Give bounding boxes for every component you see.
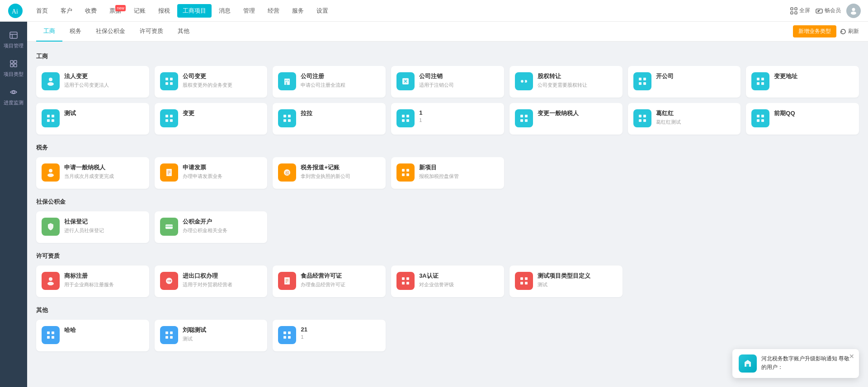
nav-item-经营[interactable]: 经营 bbox=[262, 4, 285, 18]
card-title: 商标注册 bbox=[64, 272, 144, 280]
card-title: 测试 bbox=[64, 109, 144, 117]
section-工商: 工商法人变更适用于公司变更法人公司变更股权变更外的业务变更公司注册申请公司注册全… bbox=[36, 52, 859, 135]
svg-rect-97 bbox=[47, 331, 50, 334]
avatar[interactable] bbox=[846, 4, 861, 18]
nav-item-管理[interactable]: 管理 bbox=[238, 4, 260, 18]
svg-text:Ai: Ai bbox=[12, 8, 18, 15]
card-1[interactable]: 公积金开户办理公积金相关业务 bbox=[155, 211, 268, 243]
card-title: 测试项目类型目定义 bbox=[538, 272, 617, 280]
card-0[interactable]: 商标注册用于企业商标注册服务 bbox=[36, 266, 149, 297]
fullscreen-btn[interactable]: 全屏 bbox=[790, 7, 810, 14]
card-2[interactable]: 公司注册申请公司注册全流程 bbox=[273, 66, 386, 98]
card-desc: 股权变更外的业务变更 bbox=[183, 82, 262, 89]
svg-rect-15 bbox=[14, 64, 17, 67]
card-desc: 适用于对外贸易经营者 bbox=[183, 281, 262, 288]
card-2[interactable]: 食品经营许可证办理食品经营许可证 bbox=[273, 266, 386, 297]
svg-rect-34 bbox=[639, 82, 642, 85]
cards-grid: 法人变更适用于公司变更法人公司变更股权变更外的业务变更公司注册申请公司注册全流程… bbox=[36, 66, 859, 135]
nav-item-首页[interactable]: 首页 bbox=[31, 4, 53, 18]
card-desc: 报税加税控盘保管 bbox=[419, 173, 499, 180]
card-desc: 办理公积金相关业务 bbox=[183, 227, 262, 234]
logo[interactable]: Ai bbox=[7, 3, 24, 19]
card-0[interactable]: 申请一般纳税人当月或次月成变更完成 bbox=[36, 157, 149, 189]
nav-item-客户[interactable]: 客户 bbox=[55, 4, 78, 18]
card-0[interactable]: 哈哈 bbox=[36, 320, 149, 351]
content-area: 工商法人变更适用于公司变更法人公司变更股权变更外的业务变更公司注册申请公司注册全… bbox=[27, 42, 868, 368]
card-title: 3A认证 bbox=[419, 272, 499, 280]
card-desc: 申请公司注册全流程 bbox=[301, 82, 380, 89]
nav-item-工商项目[interactable]: 工商项目 bbox=[177, 4, 212, 18]
svg-rect-78 bbox=[402, 173, 405, 176]
card-1[interactable]: 申请发票办理申请发票业务 bbox=[155, 157, 268, 189]
card-8[interactable]: 变更 bbox=[155, 103, 268, 135]
card-text: 食品经营许可证办理食品经营许可证 bbox=[301, 272, 380, 288]
sidebar-item-项目类型[interactable]: 项目类型 bbox=[0, 54, 27, 82]
nav-item-收费[interactable]: 收费 bbox=[80, 4, 102, 18]
card-2[interactable]: 211 bbox=[273, 320, 386, 351]
nav-item-设置[interactable]: 设置 bbox=[311, 4, 334, 18]
card-title: 拉拉 bbox=[301, 109, 380, 117]
card-text: 申请发票办理申请发票业务 bbox=[183, 163, 262, 180]
card-title: 公司注册 bbox=[301, 72, 380, 80]
card-title: 1 bbox=[419, 109, 499, 116]
card-4[interactable]: 股权转让公司变更需要股权转让 bbox=[509, 66, 623, 98]
card-text: 拉拉 bbox=[301, 109, 380, 119]
svg-rect-19 bbox=[165, 78, 168, 80]
svg-rect-99 bbox=[47, 336, 50, 339]
card-13[interactable]: 前期QQ bbox=[746, 103, 859, 135]
card-12[interactable]: 葛红红葛红红测试 bbox=[628, 103, 741, 135]
card-4[interactable]: 测试项目类型目定义测试 bbox=[509, 266, 623, 297]
nav-item-记账[interactable]: 记账 bbox=[128, 4, 151, 18]
card-6[interactable]: 变更地址 bbox=[746, 66, 859, 98]
svg-rect-98 bbox=[52, 331, 54, 334]
card-title: 开公司 bbox=[656, 72, 736, 80]
nav-item-消息[interactable]: 消息 bbox=[213, 4, 236, 18]
svg-rect-52 bbox=[402, 115, 405, 117]
nav-item-服务[interactable]: 服务 bbox=[287, 4, 309, 18]
sub-tab-社保公积金[interactable]: 社保公积金 bbox=[89, 22, 132, 42]
refresh-button[interactable]: 刷新 bbox=[840, 28, 859, 35]
card-3[interactable]: 公司注销适用于注销公司 bbox=[391, 66, 504, 98]
card-3[interactable]: 新项目报税加税控盘保管 bbox=[391, 157, 504, 189]
sub-tab-许可资质[interactable]: 许可资质 bbox=[132, 22, 170, 42]
card-5[interactable]: 开公司 bbox=[628, 66, 741, 98]
svg-rect-95 bbox=[520, 282, 523, 284]
svg-rect-33 bbox=[643, 78, 646, 80]
card-3[interactable]: 3A认证对企业信誉评级 bbox=[391, 266, 504, 297]
svg-rect-50 bbox=[283, 119, 286, 122]
svg-point-8 bbox=[851, 11, 856, 14]
card-title: 变更地址 bbox=[774, 72, 854, 80]
card-9[interactable]: 拉拉 bbox=[273, 103, 386, 135]
card-0[interactable]: 法人变更适用于公司变更法人 bbox=[36, 66, 149, 98]
svg-rect-61 bbox=[643, 115, 646, 117]
card-7[interactable]: 测试 bbox=[36, 103, 149, 135]
card-11[interactable]: 变更一般纳税人 bbox=[509, 103, 623, 135]
add-type-button[interactable]: 新增业务类型 bbox=[793, 25, 836, 37]
sidebar-item-项目管理[interactable]: 项目管理 bbox=[0, 25, 27, 54]
card-icon bbox=[42, 72, 60, 90]
sub-tab-工商[interactable]: 工商 bbox=[36, 22, 62, 42]
svg-rect-45 bbox=[170, 115, 173, 117]
vip-btn[interactable]: 畅会员 bbox=[816, 7, 841, 14]
card-1[interactable]: 公司变更股权变更外的业务变更 bbox=[155, 66, 268, 98]
notification-close-btn[interactable]: ✕ bbox=[849, 353, 854, 360]
svg-point-7 bbox=[852, 8, 855, 11]
svg-rect-76 bbox=[402, 169, 405, 172]
card-desc: 1 bbox=[419, 117, 499, 123]
card-1[interactable]: 刘聪测试测试 bbox=[155, 320, 268, 351]
card-10[interactable]: 11 bbox=[391, 103, 504, 135]
card-1[interactable]: 进出口权办理适用于对外贸易经营者 bbox=[155, 266, 268, 297]
nav-badge-new: new bbox=[115, 5, 126, 11]
nav-item-票据[interactable]: 票据new bbox=[104, 4, 127, 18]
sidebar-item-进度监测[interactable]: 进度监测 bbox=[0, 82, 27, 111]
card-2[interactable]: 税税务报道+记账拿到营业执照的新公司 bbox=[273, 157, 386, 189]
sub-tab-其他[interactable]: 其他 bbox=[170, 22, 197, 42]
svg-rect-92 bbox=[406, 282, 409, 284]
sub-tab-税务[interactable]: 税务 bbox=[62, 22, 89, 42]
card-text: 哈哈 bbox=[64, 326, 144, 336]
section-税务: 税务申请一般纳税人当月或次月成变更完成申请发票办理申请发票业务税税务报道+记账拿… bbox=[36, 144, 859, 189]
svg-rect-63 bbox=[643, 119, 646, 122]
nav-item-报税[interactable]: 报税 bbox=[153, 4, 175, 18]
card-title: 公司注销 bbox=[419, 72, 499, 80]
card-0[interactable]: 社保登记进行人员社保登记 bbox=[36, 211, 149, 243]
